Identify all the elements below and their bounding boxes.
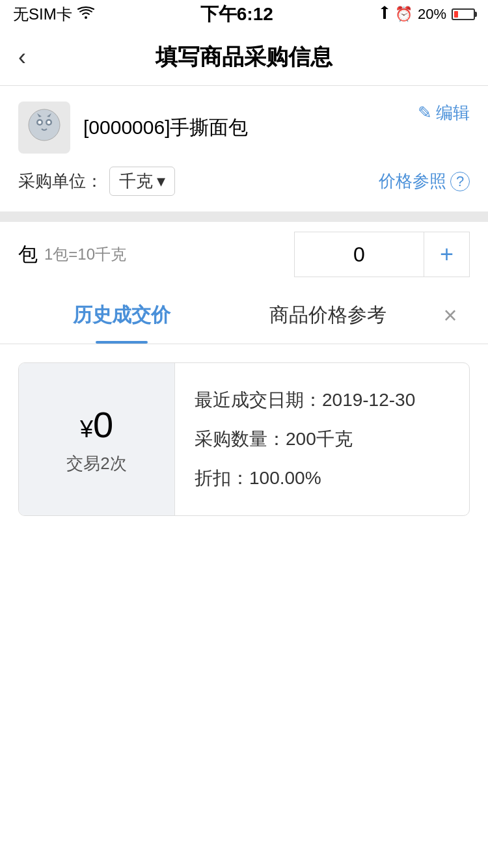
- edit-label: 编辑: [436, 102, 470, 124]
- quantity-section: 包 1包=10千克 +: [0, 222, 488, 287]
- dropdown-icon: ▾: [157, 171, 165, 191]
- product-section: [0000006]手撕面包 ✎ 编辑 采购单位： 千克 ▾ 价格参照 ?: [0, 86, 488, 211]
- qty-value: 200千克: [286, 429, 353, 449]
- card-container: ¥0 交易2次 最近成交日期：2019-12-30 采购数量：200千克 折扣：…: [0, 344, 488, 534]
- discount-label: 折扣：: [195, 468, 249, 488]
- carrier-label: 无SIM卡: [13, 4, 72, 25]
- tab-price-ref-label: 商品价格参考: [269, 302, 386, 329]
- qty-label: 采购数量：: [195, 429, 286, 449]
- unit-value: 千克: [119, 170, 153, 193]
- product-thumbnail-icon: [27, 108, 61, 148]
- quantity-label: 包 1包=10千克: [18, 241, 126, 268]
- location-icon: [379, 6, 390, 23]
- date-value: 2019-12-30: [322, 390, 415, 410]
- card-price-summary: ¥0 交易2次: [19, 363, 175, 515]
- quantity-conversion: 1包=10千克: [44, 244, 126, 265]
- alarm-icon: ⏰: [395, 6, 413, 23]
- purchase-qty-row: 采购数量：200千克: [195, 426, 450, 453]
- panel-close-button[interactable]: ×: [431, 296, 470, 335]
- trade-count: 交易2次: [66, 452, 126, 475]
- svg-point-4: [38, 120, 42, 124]
- status-bar-time: 下午6:12: [200, 2, 273, 27]
- discount-row: 折扣：100.00%: [195, 465, 450, 492]
- recent-date-row: 最近成交日期：2019-12-30: [195, 387, 450, 414]
- product-unit: 采购单位： 千克 ▾: [18, 167, 175, 196]
- tab-history-label: 历史成交价: [73, 302, 170, 329]
- tab-active-indicator: [96, 341, 148, 344]
- card-price-value: ¥0: [80, 403, 113, 446]
- price-number: 0: [93, 404, 113, 445]
- quantity-plus-button[interactable]: +: [424, 232, 470, 277]
- unit-selector[interactable]: 千克 ▾: [109, 167, 175, 196]
- discount-value: 100.00%: [249, 468, 321, 488]
- date-label: 最近成交日期：: [195, 390, 322, 410]
- battery-percentage: 20%: [418, 6, 446, 23]
- price-card: ¥0 交易2次 最近成交日期：2019-12-30 采购数量：200千克 折扣：…: [18, 362, 470, 516]
- panel-section: 历史成交价 商品价格参考 × ¥0 交易2次 最近成交日期：2019-12-30…: [0, 287, 488, 534]
- quantity-input[interactable]: [294, 232, 424, 277]
- status-bar-left: 无SIM卡: [13, 4, 94, 25]
- svg-point-1: [29, 109, 60, 141]
- product-name: [0000006]手撕面包: [83, 115, 248, 141]
- quantity-unit-name: 包: [18, 241, 38, 268]
- status-bar-right: ⏰ 20%: [379, 6, 475, 23]
- product-meta: 采购单位： 千克 ▾ 价格参照 ?: [18, 167, 470, 196]
- tab-history-price[interactable]: 历史成交价: [18, 287, 224, 344]
- svg-point-0: [85, 16, 87, 19]
- unit-label: 采购单位：: [18, 170, 103, 193]
- status-bar: 无SIM卡 下午6:12 ⏰ 20%: [0, 0, 488, 29]
- battery-icon: [452, 8, 475, 20]
- help-icon: ?: [450, 172, 470, 191]
- currency-symbol: ¥: [80, 416, 93, 442]
- section-divider: [0, 211, 488, 222]
- edit-icon: ✎: [418, 103, 432, 123]
- nav-bar: ‹ 填写商品采购信息: [0, 29, 488, 86]
- product-header: [0000006]手撕面包 ✎ 编辑: [18, 102, 470, 154]
- quantity-input-group: +: [294, 232, 470, 277]
- price-ref-label: 价格参照: [379, 170, 446, 193]
- edit-button[interactable]: ✎ 编辑: [418, 102, 470, 124]
- product-image: [18, 102, 70, 154]
- page-body: [0, 534, 488, 868]
- tab-price-ref[interactable]: 商品价格参考: [224, 287, 431, 344]
- back-button[interactable]: ‹: [18, 44, 26, 71]
- card-details: 最近成交日期：2019-12-30 采购数量：200千克 折扣：100.00%: [175, 363, 469, 515]
- price-ref-button[interactable]: 价格参照 ?: [379, 170, 470, 193]
- svg-point-5: [47, 120, 51, 124]
- wifi-icon: [77, 5, 94, 23]
- tab-bar: 历史成交价 商品价格参考 ×: [0, 287, 488, 344]
- page-title: 填写商品采购信息: [156, 42, 332, 72]
- product-info-left: [0000006]手撕面包: [18, 102, 248, 154]
